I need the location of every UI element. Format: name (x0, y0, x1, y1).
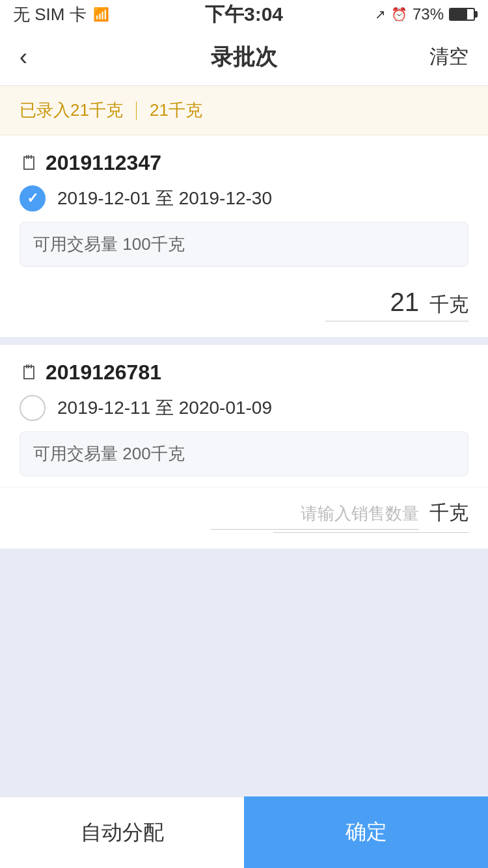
batch-doc-icon-2: 🗒 (20, 362, 39, 384)
status-left: 无 SIM 卡 📶 (13, 3, 109, 26)
status-bar: 无 SIM 卡 📶 下午3:04 ↗ ⏰ 73% (0, 0, 488, 29)
batch-date-2: 2019-12-11 至 2020-01-09 (57, 396, 272, 420)
batch-header-2: 🗒 2019126781 (0, 345, 488, 385)
summary-divider (136, 102, 137, 120)
battery-percent: 73% (413, 5, 444, 23)
batch-card-2: 🗒 2019126781 2019-12-11 至 2020-01-09 可用交… (0, 345, 488, 549)
batch-value-row-1: 21 千克 (0, 277, 488, 337)
batch-underline-2 (273, 532, 468, 533)
batch-date-row-2[interactable]: 2019-12-11 至 2020-01-09 (0, 385, 488, 431)
carrier-label: 无 SIM 卡 (13, 3, 87, 26)
confirm-button[interactable]: 确定 (244, 796, 488, 868)
summary-label: 已录入21千克 (20, 99, 123, 122)
batch-card-1: 🗒 2019112347 2019-12-01 至 2019-12-30 可用交… (0, 135, 488, 337)
empty-area (0, 549, 488, 796)
batch-number-2: 2019126781 (46, 360, 161, 385)
clear-button[interactable]: 清空 (429, 44, 468, 70)
status-right: ↗ ⏰ 73% (375, 5, 475, 23)
batch-date-1: 2019-12-01 至 2019-12-30 (57, 186, 272, 211)
batch-avail-1: 可用交易量 100千克 (20, 222, 468, 267)
batch-unit-1: 千克 (429, 292, 468, 318)
status-time: 下午3:04 (205, 1, 283, 28)
batch-input-row-2: 千克 (0, 487, 488, 549)
batch-radio-2[interactable] (20, 395, 46, 421)
battery-icon (449, 8, 475, 21)
bottom-bar: 自动分配 确定 (0, 796, 488, 868)
batch-quantity-input-2[interactable] (211, 498, 419, 530)
batch-avail-2: 可用交易量 200千克 (20, 431, 468, 476)
alarm-icon: ⏰ (391, 7, 407, 22)
location-icon: ↗ (375, 7, 386, 22)
batch-header-1: 🗒 2019112347 (0, 135, 488, 175)
batch-underline-1 (325, 321, 468, 321)
batch-input-value-1: 21 (390, 288, 420, 317)
nav-bar: ‹ 录批次 清空 (0, 29, 488, 86)
batch-doc-icon-1: 🗒 (20, 152, 39, 174)
batch-value-display-1: 21 千克 (325, 288, 468, 321)
page-title: 录批次 (211, 42, 277, 72)
back-button[interactable]: ‹ (20, 46, 27, 69)
card-separator (0, 337, 488, 345)
summary-banner: 已录入21千克 21千克 (0, 86, 488, 135)
batch-input-wrapper-2: 千克 (211, 498, 468, 533)
batch-number-1: 2019112347 (46, 151, 161, 175)
batch-date-row-1[interactable]: 2019-12-01 至 2019-12-30 (0, 175, 488, 222)
auto-distribute-button[interactable]: 自动分配 (0, 796, 244, 868)
summary-value: 21千克 (150, 99, 202, 122)
wifi-icon: 📶 (93, 7, 109, 22)
batch-radio-1[interactable] (20, 185, 46, 211)
batch-unit-2: 千克 (429, 500, 468, 526)
